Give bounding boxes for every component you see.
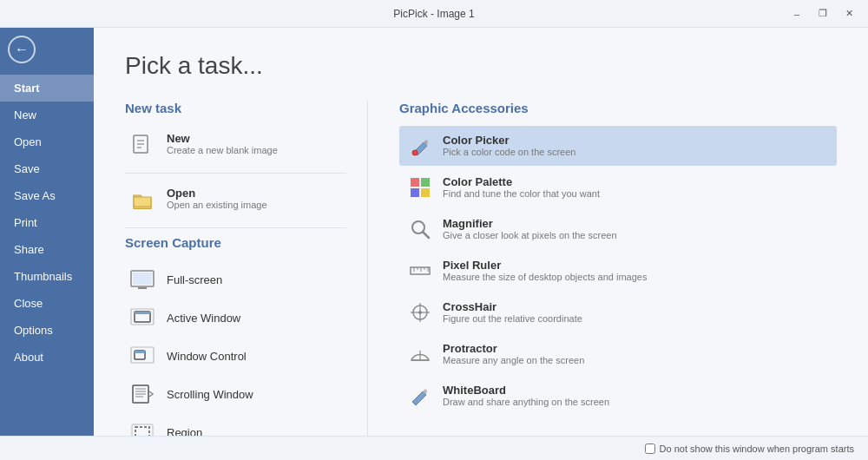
crosshair-icon [408,300,432,325]
svg-rect-6 [138,287,147,289]
capture-region[interactable]: Region [125,413,346,436]
svg-point-43 [418,311,422,314]
active-window-label: Active Window [167,312,240,325]
main-layout: ← Start New Open Save Save As Print Shar… [0,28,868,436]
sidebar: ← Start New Open Save Save As Print Shar… [0,28,94,436]
color-picker-desc: Pick a color code on the screen [443,147,575,157]
svg-rect-34 [411,267,430,274]
crosshair-desc: Figure out the relative coordinate [443,313,582,324]
task-open-desc: Open an existing image [167,200,267,210]
sidebar-item-open[interactable]: Open [0,128,94,155]
title-bar-controls: – ❐ ✕ [785,5,861,23]
pixel-ruler-icon [408,259,432,283]
fullscreen-label: Full-screen [167,273,222,286]
sidebar-item-new[interactable]: New [0,102,94,128]
svg-rect-29 [421,178,430,187]
graphic-accessories-title: Graphic Accessories [399,101,837,115]
color-palette-desc: Find and tune the color that you want [443,188,600,199]
magnifier-icon [408,217,432,241]
close-button[interactable]: ✕ [837,5,861,23]
crosshair-name: CrossHair [443,300,582,313]
accessory-whiteboard[interactable]: WhiteBoard Draw and share anything on th… [399,376,837,416]
magnifier-desc: Give a closer look at pixels on the scre… [443,230,617,240]
accessory-color-picker[interactable]: Color Picker Pick a color code on the sc… [399,126,837,166]
content-area: Pick a task... New task [94,28,868,436]
svg-point-27 [412,150,418,155]
open-icon [128,187,156,214]
screen-capture-section-title: Screen Capture [125,235,346,250]
accessory-crosshair[interactable]: CrossHair Figure out the relative coordi… [399,292,837,332]
whiteboard-name: WhiteBoard [443,384,609,397]
accessory-pixel-ruler[interactable]: Pixel Ruler Measure the size of desktop … [399,251,837,291]
svg-rect-9 [135,312,150,314]
title-bar-title: PicPick - Image 1 [393,8,474,20]
whiteboard-icon [408,384,432,408]
capture-scrolling-window[interactable]: Scrolling Window [125,375,346,413]
new-icon [128,132,156,160]
screen-capture-divider [125,227,346,228]
scrolling-window-label: Scrolling Window [167,388,253,401]
protractor-desc: Measure any angle on the screen [443,355,584,365]
window-control-label: Window Control [167,350,247,363]
protractor-icon [408,342,432,366]
dont-show-wrap: Do not show this window when program sta… [645,444,854,454]
svg-rect-19 [135,427,149,436]
fullscreen-icon [128,266,156,293]
bottom-bar: Do not show this window when program sta… [0,436,868,460]
color-palette-icon [408,175,432,200]
svg-rect-5 [133,273,152,285]
magnifier-name: Magnifier [443,217,617,230]
svg-rect-12 [135,351,145,353]
capture-fullscreen[interactable]: Full-screen [125,260,346,299]
restore-button[interactable]: ❐ [811,5,835,23]
window-control-icon [128,342,156,370]
left-column: New task New Create a new blank image [125,101,368,436]
dont-show-label: Do not show this window when program sta… [660,444,854,454]
svg-rect-30 [411,188,419,197]
sidebar-item-close[interactable]: Close [0,290,94,317]
sidebar-item-options[interactable]: Options [0,317,94,344]
accessory-protractor[interactable]: Protractor Measure any angle on the scre… [399,334,837,374]
svg-rect-31 [421,188,430,197]
sidebar-item-save-as[interactable]: Save As [0,182,94,209]
task-open[interactable]: Open Open an existing image [125,181,346,220]
dont-show-checkbox[interactable] [645,444,655,454]
active-window-icon [128,304,156,332]
task-new-name: New [167,132,278,145]
title-bar: PicPick - Image 1 – ❐ ✕ [0,0,868,28]
accessory-color-palette[interactable]: Color Palette Find and tune the color th… [399,168,837,207]
back-icon: ← [8,36,36,63]
scrolling-window-icon [128,380,156,408]
sidebar-item-thumbnails[interactable]: Thumbnails [0,263,94,290]
sidebar-item-share[interactable]: Share [0,236,94,263]
svg-line-33 [423,232,429,238]
accessory-magnifier[interactable]: Magnifier Give a closer look at pixels o… [399,209,837,249]
right-column: Graphic Accessories Color Picker Pick a … [368,101,837,436]
page-title: Pick a task... [125,52,837,80]
sidebar-item-save[interactable]: Save [0,155,94,182]
task-new[interactable]: New Create a new blank image [125,126,346,166]
svg-rect-28 [411,178,419,187]
pixel-ruler-name: Pixel Ruler [443,259,647,272]
new-task-section-title: New task [125,101,346,115]
sidebar-item-print[interactable]: Print [0,209,94,236]
pixel-ruler-desc: Measure the size of desktop objects and … [443,272,647,282]
two-column-layout: New task New Create a new blank image [125,101,837,436]
minimize-button[interactable]: – [785,5,809,23]
protractor-name: Protractor [443,342,584,355]
region-icon [128,418,156,436]
region-label: Region [167,426,202,437]
sidebar-nav: Start New Open Save Save As Print Share … [0,75,94,371]
capture-window-control[interactable]: Window Control [125,337,346,375]
capture-active-window[interactable]: Active Window [125,299,346,337]
task-divider [125,173,346,174]
color-palette-name: Color Palette [443,175,600,188]
sidebar-item-start[interactable]: Start [0,75,94,102]
color-picker-icon [408,134,432,158]
whiteboard-desc: Draw and share anything on the screen [443,397,609,407]
color-picker-name: Color Picker [443,134,575,147]
task-open-name: Open [167,187,267,200]
task-new-desc: Create a new blank image [167,145,278,155]
sidebar-item-about[interactable]: About [0,344,94,371]
back-button[interactable]: ← [0,28,43,71]
